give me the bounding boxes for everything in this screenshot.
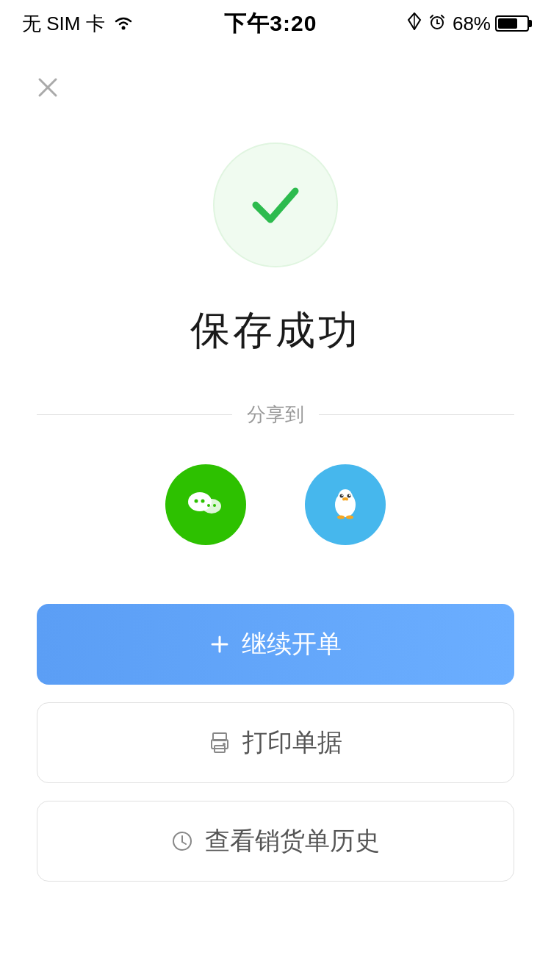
svg-point-17	[349, 494, 350, 496]
location-icon	[407, 12, 422, 35]
qq-icon	[323, 483, 367, 527]
share-qq-button[interactable]	[305, 464, 386, 545]
svg-point-0	[121, 26, 125, 29]
svg-point-21	[346, 516, 353, 519]
alarm-icon	[429, 12, 445, 35]
svg-point-27	[223, 743, 226, 746]
svg-line-30	[182, 842, 186, 844]
svg-point-16	[342, 494, 343, 496]
history-button[interactable]: 查看销货单历史	[37, 801, 514, 882]
battery-percent: 68%	[453, 12, 491, 35]
close-btn-area	[0, 47, 551, 113]
continue-label: 继续开单	[242, 627, 342, 661]
status-time: 下午3:20	[224, 9, 317, 39]
svg-point-20	[337, 516, 345, 519]
status-right: 68%	[407, 12, 529, 35]
svg-point-10	[213, 504, 216, 507]
share-wechat-button[interactable]	[165, 464, 246, 545]
printer-icon	[209, 732, 231, 754]
success-checkmark-icon	[242, 170, 309, 239]
share-icons	[37, 464, 514, 545]
history-label: 查看销货单历史	[205, 824, 380, 858]
status-left: 无 SIM 卡	[22, 11, 134, 37]
svg-point-15	[347, 494, 351, 498]
svg-point-9	[207, 504, 210, 507]
svg-point-8	[201, 500, 205, 503]
wechat-icon	[182, 481, 229, 528]
divider-line-right	[319, 414, 514, 415]
svg-point-6	[202, 499, 221, 514]
wifi-icon	[112, 12, 134, 35]
buttons-section: 继续开单 打印单据 查看销货单	[37, 604, 514, 882]
svg-point-14	[340, 494, 344, 498]
share-section: 分享到	[37, 402, 514, 545]
carrier-label: 无 SIM 卡	[22, 11, 105, 37]
success-title: 保存成功	[190, 304, 361, 358]
print-label: 打印单据	[242, 726, 342, 760]
clock-icon	[171, 830, 193, 852]
status-bar: 无 SIM 卡 下午3:20 68%	[0, 0, 551, 47]
battery-icon	[495, 15, 529, 32]
share-label: 分享到	[247, 402, 304, 428]
share-divider: 分享到	[37, 402, 514, 428]
success-icon-wrap	[213, 143, 338, 267]
battery: 68%	[453, 12, 529, 35]
plus-icon	[209, 634, 230, 655]
divider-line-left	[37, 414, 232, 415]
svg-point-7	[195, 500, 198, 503]
print-button[interactable]: 打印单据	[37, 702, 514, 783]
svg-point-19	[339, 500, 351, 514]
continue-button[interactable]: 继续开单	[37, 604, 514, 685]
close-button[interactable]	[29, 69, 66, 106]
main-content: 保存成功 分享到	[0, 113, 551, 926]
